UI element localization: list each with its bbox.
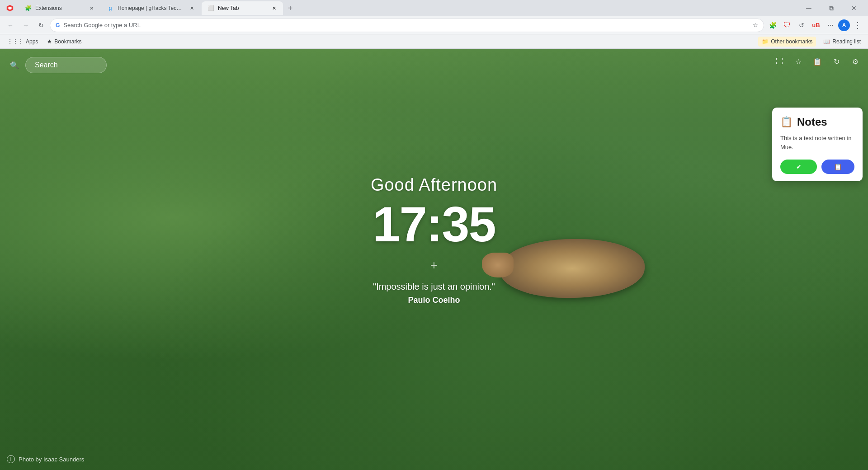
add-widget-button[interactable]: + <box>371 258 497 273</box>
address-text: Search Google or type a URL <box>63 22 749 28</box>
notes-header: 📋 Notes <box>780 116 854 128</box>
other-bookmarks-button[interactable]: 📁 Other bookmarks <box>758 37 816 47</box>
tab-extensions-title: Extensions <box>35 5 84 11</box>
search-input[interactable]: Search <box>25 57 107 73</box>
bookmark-apps[interactable]: ⋮⋮⋮ Apps <box>4 37 42 47</box>
bookmark-star-icon[interactable]: ☆ <box>753 22 758 28</box>
address-bar-row: ← → ↻ G Search Google or type a URL ☆ 🧩 … <box>0 16 868 34</box>
back-button[interactable]: ← <box>4 19 17 32</box>
bookmarks-bar: ⋮⋮⋮ Apps ★ Bookmarks 📁 Other bookmarks 📖… <box>0 34 868 49</box>
info-icon[interactable]: i <box>7 455 15 463</box>
google-logo: G <box>56 22 60 28</box>
browser-right-icons: 🧩 🛡 ↺ uB ⋯ A ⋮ <box>766 19 864 32</box>
tab-ghacks[interactable]: g Homepage | gHacks Technolog... ✕ <box>101 1 201 15</box>
tab-ghacks-title: Homepage | gHacks Technolog... <box>118 5 184 11</box>
browser-menu-button[interactable]: ⋮ <box>851 19 864 32</box>
tab-newtab-close[interactable]: ✕ <box>270 5 278 12</box>
top-right-icons: ⛶ ☆ 📋 ↻ ⚙ <box>771 53 863 70</box>
quote-text: "Impossible is just an opinion." <box>371 282 497 292</box>
center-content: Good Afternoon 17:35 + "Impossible is ju… <box>371 175 497 305</box>
address-bar[interactable]: G Search Google or type a URL ☆ <box>50 19 764 32</box>
search-bar-area: 🔍 Search <box>8 57 107 73</box>
tab-bar: 🧩 Extensions ✕ g Homepage | gHacks Techn… <box>0 0 868 16</box>
browser-chrome: 🧩 Extensions ✕ g Homepage | gHacks Techn… <box>0 0 868 49</box>
sync-icon[interactable]: ↺ <box>795 19 808 32</box>
reading-list-label: Reading list <box>832 38 861 45</box>
quote-author: Paulo Coelho <box>371 296 497 305</box>
save-checkmark-icon: ✔ <box>796 163 802 170</box>
tab-newtab-title: New Tab <box>218 5 267 11</box>
notes-title: Notes <box>797 116 827 128</box>
notes-content: This is a test note written in Mue. <box>780 134 854 151</box>
reading-list-icon: 📖 <box>823 38 830 45</box>
copy-icon: 📋 <box>834 163 842 170</box>
tab-extensions[interactable]: 🧩 Extensions ✕ <box>19 1 100 15</box>
add-tab-button[interactable]: + <box>284 2 297 14</box>
reload-button[interactable]: ↻ <box>34 19 48 32</box>
other-bookmarks-label: Other bookmarks <box>771 38 812 45</box>
ghacks-favicon: g <box>107 5 114 12</box>
bookmarks-label: Bookmarks <box>54 38 81 45</box>
photo-credit: i Photo by Isaac Saunders <box>7 455 84 463</box>
apps-icon: ⋮⋮⋮ <box>7 38 24 45</box>
notes-copy-button[interactable]: 📋 <box>821 160 854 174</box>
folder-icon: 📁 <box>762 38 769 45</box>
clock-display: 17:35 <box>371 199 497 249</box>
fullscreen-button[interactable]: ⛶ <box>771 53 788 70</box>
notes-panel: 📋 Notes This is a test note written in M… <box>772 108 863 181</box>
user-avatar[interactable]: A <box>838 19 850 31</box>
tab-newtab[interactable]: ⬜ New Tab ✕ <box>202 1 283 15</box>
ublock-icon[interactable]: uB <box>809 19 823 32</box>
vivaldi-logo[interactable] <box>4 2 16 14</box>
window-restore-button[interactable]: ⧉ <box>821 0 842 16</box>
notes-panel-icon: 📋 <box>780 116 793 128</box>
forward-button[interactable]: → <box>19 19 33 32</box>
shield-icon[interactable]: 🛡 <box>780 19 794 32</box>
search-icon: 🔍 <box>8 59 21 71</box>
window-close-button[interactable]: ✕ <box>844 0 864 16</box>
turtle-body <box>500 239 645 298</box>
tab-ghacks-close[interactable]: ✕ <box>188 5 195 12</box>
extensions-icon[interactable]: 🧩 <box>766 19 779 32</box>
newtab-favicon: ⬜ <box>207 5 214 12</box>
greeting-text: Good Afternoon <box>371 175 497 195</box>
refresh-button[interactable]: ↻ <box>828 53 844 70</box>
notes-icon-button[interactable]: 📋 <box>809 53 826 70</box>
settings-button[interactable]: ⚙ <box>847 53 863 70</box>
window-minimize-button[interactable]: ─ <box>798 0 819 16</box>
turtle-object <box>477 226 658 316</box>
other-bookmarks-area: 📁 Other bookmarks 📖 Reading list <box>758 37 864 47</box>
page-content: 🔍 Search ⛶ ☆ 📋 ↻ ⚙ Good Afternoon 17:35 … <box>0 49 868 470</box>
window-controls: ─ ⧉ ✕ <box>798 0 864 16</box>
tab-extensions-close[interactable]: ✕ <box>88 5 95 12</box>
notes-save-button[interactable]: ✔ <box>780 160 817 174</box>
notes-actions: ✔ 📋 <box>780 160 854 174</box>
favorite-button[interactable]: ☆ <box>790 53 807 70</box>
apps-label: Apps <box>26 38 38 45</box>
bookmarks-star-icon: ★ <box>47 38 52 45</box>
photo-credit-text: Photo by Isaac Saunders <box>19 456 84 463</box>
bookmark-bookmarks[interactable]: ★ Bookmarks <box>43 37 85 47</box>
extensions-favicon: 🧩 <box>24 5 32 12</box>
reading-list-button[interactable]: 📖 Reading list <box>820 37 864 47</box>
more-extensions-icon[interactable]: ⋯ <box>824 19 837 32</box>
